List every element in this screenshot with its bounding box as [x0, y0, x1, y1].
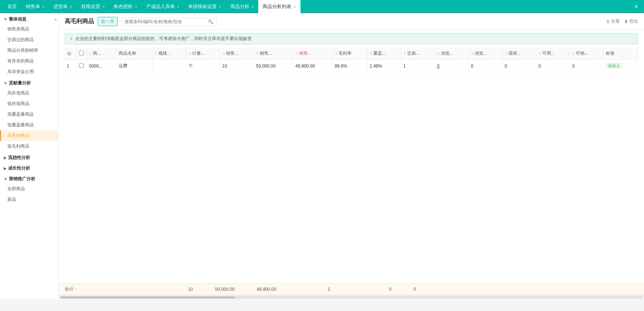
scrollbar-thumb[interactable] [60, 296, 235, 299]
time-filter-recent-month[interactable]: 近一月 [98, 17, 118, 26]
sort-icon5: ⇅ [256, 52, 259, 55]
cell-view2: 0 [468, 60, 502, 72]
sort-icon7: ⇅ [335, 52, 338, 55]
arrow-down-icon3: ▼ [4, 177, 7, 181]
sidebar-group-trend[interactable]: ▶ 流趋性分析 [0, 152, 58, 162]
cell-code: 0000... [87, 60, 116, 72]
header-actions: ⎘ 分享 ⬆ 导出 [607, 18, 638, 25]
close-sales-order[interactable]: × [42, 4, 44, 9]
cell-unit: 个 [186, 60, 220, 72]
col-available-stock[interactable]: ⇅可用... [536, 47, 570, 60]
sort-icon9: ⇅ [403, 52, 406, 55]
share-icon: ⎘ [607, 19, 609, 24]
sidebar-item-high-margin[interactable]: 高毛利商品 [0, 130, 58, 141]
sort-icon3: ⇅ [188, 52, 191, 55]
info-icon: ✦ [69, 36, 73, 41]
cell-name: 运费 [116, 60, 152, 72]
nav-purchase-order[interactable]: 进货单 × [49, 0, 76, 13]
col-tag[interactable]: 标签 [604, 47, 638, 60]
view1-link[interactable]: 0 [437, 64, 440, 69]
sum-transaction: 1 [328, 287, 330, 292]
nav-role-auth[interactable]: 角色授权 × [109, 0, 141, 13]
cell-sales-amount: 50,000.00 [253, 60, 293, 72]
col-view2[interactable]: ⇅浏览... [468, 47, 502, 60]
sort-icon6: ⇅ [295, 52, 298, 55]
sidebar-group-marketing[interactable]: ▼ 营销推广分析 [0, 173, 58, 184]
export-button[interactable]: ⬆ 导出 [624, 18, 638, 25]
col-sales-qty[interactable]: ⇅销售... [220, 47, 253, 60]
sidebar-group-growth[interactable]: ▶ 成长性分析 [0, 162, 58, 173]
sidebar-item-all-goods[interactable]: 全部商品 [0, 184, 58, 194]
sidebar-item-stock-capital[interactable]: 库存资金占用 [0, 66, 58, 77]
sidebar-item-low-coverage[interactable]: 低覆盖量商品 [0, 120, 58, 130]
sidebar-group-contribution[interactable]: ▼ 贡献量分析 [0, 77, 58, 88]
search-icon[interactable]: 🔍 [208, 19, 213, 24]
sidebar-item-sales-goods[interactable]: 销售类商品 [0, 24, 58, 35]
nav-product-warehousing[interactable]: 产成品入库单 × [142, 0, 184, 13]
row-checkbox[interactable] [79, 63, 84, 68]
close-product-analysis-list[interactable]: × [294, 4, 296, 9]
nav-template-settings[interactable]: 单据模板设置 × [184, 0, 226, 13]
sidebar-item-low-margin[interactable]: 低毛利商品 [0, 141, 58, 152]
col-spec[interactable]: ⇅规格... [152, 47, 186, 60]
content-header: 高毛利商品 近一月 🔍 ⎘ 分享 ⬆ 导出 [59, 13, 644, 30]
data-table: ⚙ ⇅商... 商品名称 ⇅规格... [65, 47, 638, 72]
col-code[interactable]: ⇅商... [87, 47, 116, 60]
select-all-checkbox[interactable] [79, 51, 84, 55]
sort-icon13: ⇅ [539, 52, 542, 55]
col-name[interactable]: 商品名称 [116, 47, 152, 60]
sidebar-item-high-value[interactable]: 高价值商品 [0, 88, 58, 98]
col-saleable-stock[interactable]: ⇅可销... [570, 47, 604, 60]
cell-sales-qty: 10 [220, 60, 253, 72]
sidebar-item-high-coverage[interactable]: 高覆盖量商品 [0, 109, 58, 120]
sidebar-group-overall[interactable]: ▼ 整体信息 [0, 13, 58, 24]
arrow-down-icon2: ▼ [4, 81, 7, 85]
cell-index: 1 [65, 60, 76, 72]
close-template-settings[interactable]: × [219, 4, 221, 9]
col-sales-amount[interactable]: ⇅销售... [253, 47, 293, 60]
close-all-tabs[interactable]: × [631, 3, 641, 11]
top-navigation: 首页 销售单 × 进货单 × 权限设置 × 角色授权 × 产成品入库单 × 单据… [0, 0, 644, 13]
cell-view1[interactable]: 0 [435, 60, 468, 72]
cell-current-stock: 0 [502, 60, 536, 72]
cell-coverage: 1.49% [367, 60, 401, 72]
close-role-auth[interactable]: × [135, 4, 137, 9]
share-button[interactable]: ⎘ 分享 [607, 18, 620, 25]
col-gross-margin[interactable]: ⇅毛利率 [332, 47, 367, 60]
close-permission-settings[interactable]: × [102, 4, 105, 9]
sidebar-item-stock-goods[interactable]: 有库存的商品 [0, 56, 58, 66]
sum-available-stock: 0 [414, 287, 416, 292]
footer-summary-bar: 合计： 10 50,000.00 49,900.00 1 0 0 [59, 283, 644, 295]
close-purchase-order[interactable]: × [70, 4, 72, 9]
sidebar-collapse-button[interactable]: « [54, 16, 57, 22]
sum-sales-profit: 49,900.00 [257, 287, 276, 292]
nav-permission-settings[interactable]: 权限设置 × [77, 0, 109, 13]
col-sales-profit[interactable]: ⇅销售... [293, 47, 332, 60]
nav-product-analysis-list[interactable]: 商品分析列表 × [258, 0, 300, 13]
nav-home[interactable]: 首页 [3, 0, 21, 13]
nav-product-analysis[interactable]: 商品分析 × [226, 0, 258, 13]
content-area: 高毛利商品 近一月 🔍 ⎘ 分享 ⬆ 导出 ✦ 企业的主要的利润都是这部分商品创… [59, 13, 644, 299]
sum-label: 合计： [65, 286, 78, 292]
col-view1[interactable]: ⇅浏览... [435, 47, 468, 60]
search-input[interactable] [125, 19, 208, 24]
col-coverage[interactable]: ⇅覆盖... [367, 47, 401, 60]
cell-saleable-stock: 0 [570, 60, 604, 72]
close-product-analysis[interactable]: × [252, 4, 254, 9]
horizontal-scrollbar[interactable] [59, 295, 644, 299]
sidebar-item-new-products[interactable]: 新品 [0, 194, 58, 205]
sidebar-item-category-rate[interactable]: 商品分类助销率 [0, 45, 58, 56]
table-header-row: ⚙ ⇅商... 商品名称 ⇅规格... [65, 47, 638, 60]
settings-icon[interactable]: ⚙ [67, 51, 72, 57]
col-unit[interactable]: ⇅计量... [186, 47, 220, 60]
sidebar-item-traded-goods[interactable]: 交易过的商品 [0, 35, 58, 45]
sidebar-item-low-value[interactable]: 低价值商品 [0, 98, 58, 109]
close-product-warehousing[interactable]: × [177, 4, 179, 9]
col-settings[interactable]: ⚙ [65, 47, 76, 60]
sort-icon4: ⇅ [222, 52, 225, 55]
col-transaction[interactable]: ⇅交易... [401, 47, 435, 60]
nav-sales-order[interactable]: 销售单 × [21, 0, 49, 13]
col-current-stock[interactable]: ⇅现有... [502, 47, 536, 60]
scrollbar-track[interactable] [60, 296, 643, 299]
table-row: 1 0000... 运费 个 10 50,000.00 49,900.00 99… [65, 60, 638, 72]
